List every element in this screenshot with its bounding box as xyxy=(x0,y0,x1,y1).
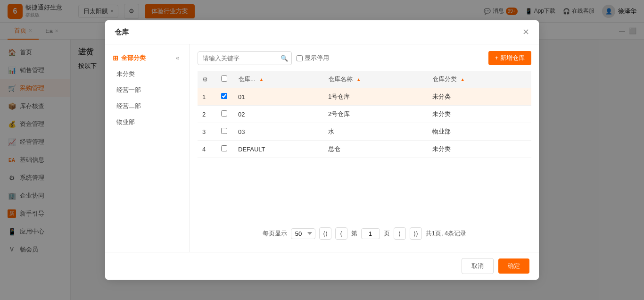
table-row[interactable]: 4 DEFAULT 总仓 xyxy=(198,141,531,158)
next-page-button[interactable]: ⟩ xyxy=(394,227,406,240)
category-item-ops2[interactable]: 经营二部 xyxy=(105,98,190,114)
page-size-select[interactable]: 50 10 20 100 xyxy=(291,228,315,239)
search-wrap: 🔍 xyxy=(198,51,292,65)
warehouse-modal: 仓库 ✕ ⊞ 全部分类 « 未分类 经营一部 经营二部 xyxy=(105,20,539,280)
row-num: 3 xyxy=(198,123,216,141)
table-header: ⚙ 仓库... ▲ 仓库名称 ▲ xyxy=(198,71,531,88)
confirm-button[interactable]: 确定 xyxy=(498,258,529,274)
category-item-ops1[interactable]: 经营一部 xyxy=(105,82,190,98)
total-records: 共1页, 4条记录 xyxy=(426,229,467,238)
row-checkbox[interactable] xyxy=(216,123,233,141)
row-code: 02 xyxy=(233,106,323,123)
all-categories-button[interactable]: ⊞ 全部分类 « xyxy=(105,50,190,66)
sort-icon: ▲ xyxy=(356,77,361,82)
row-code: 03 xyxy=(233,123,323,141)
row-checkbox[interactable] xyxy=(216,141,233,158)
modal-footer: 取消 确定 xyxy=(105,252,539,280)
modal-main: 🔍 显示停用 + 新增仓库 ⚙ xyxy=(190,44,539,252)
modal-overlay: 仓库 ✕ ⊞ 全部分类 « 未分类 经营一部 经营二部 xyxy=(0,0,644,300)
collapse-button[interactable]: « xyxy=(173,54,182,62)
row-category: 未分类 xyxy=(428,141,532,158)
disabled-checkbox[interactable] xyxy=(297,55,303,61)
row-category: 未分类 xyxy=(428,106,532,123)
sort-icon: ▲ xyxy=(460,77,465,82)
category-item-property[interactable]: 物业部 xyxy=(105,114,190,130)
row-name: 2号仓库 xyxy=(323,106,427,123)
modal-toolbar: 🔍 显示停用 + 新增仓库 xyxy=(198,51,531,65)
select-all-checkbox[interactable] xyxy=(221,75,227,82)
table-container: ⚙ 仓库... ▲ 仓库名称 ▲ xyxy=(198,71,531,222)
row-checkbox[interactable] xyxy=(216,106,233,123)
modal-title: 仓库 xyxy=(115,28,129,37)
modal-body: ⊞ 全部分类 « 未分类 经营一部 经营二部 物业部 xyxy=(105,44,539,252)
prev-page-button[interactable]: ⟨ xyxy=(335,227,347,240)
table-row[interactable]: 2 02 2号仓库 xyxy=(198,106,531,123)
modal-header: 仓库 ✕ xyxy=(105,20,539,44)
row-category: 未分类 xyxy=(428,88,532,106)
table-row[interactable]: 3 03 水 xyxy=(198,123,531,141)
th-settings[interactable]: ⚙ xyxy=(198,71,216,88)
warehouse-table: ⚙ 仓库... ▲ 仓库名称 ▲ xyxy=(198,71,531,158)
row-code: DEFAULT xyxy=(233,141,323,158)
grid-icon: ⊞ xyxy=(113,54,118,62)
show-disabled-checkbox[interactable]: 显示停用 xyxy=(297,54,329,62)
th-category: 仓库分类 ▲ xyxy=(428,71,532,88)
row-name: 总仓 xyxy=(323,141,427,158)
first-page-button[interactable]: ⟨⟨ xyxy=(319,227,331,240)
page-number-input[interactable] xyxy=(361,228,380,239)
row-category: 物业部 xyxy=(428,123,532,141)
row-num: 4 xyxy=(198,141,216,158)
modal-close-button[interactable]: ✕ xyxy=(522,27,529,37)
th-checkbox xyxy=(216,71,233,88)
sort-icon: ▲ xyxy=(259,77,264,82)
row-num: 2 xyxy=(198,106,216,123)
add-warehouse-button[interactable]: + 新增仓库 xyxy=(488,51,531,65)
category-item-unclassified[interactable]: 未分类 xyxy=(105,66,190,82)
row-checkbox[interactable] xyxy=(216,88,233,106)
category-sidebar: ⊞ 全部分类 « 未分类 经营一部 经营二部 物业部 xyxy=(105,44,190,252)
row-code: 01 xyxy=(233,88,323,106)
table-body: 1 01 1号仓库 xyxy=(198,88,531,158)
row-name: 水 xyxy=(323,123,427,141)
search-icon[interactable]: 🔍 xyxy=(281,55,288,62)
last-page-button[interactable]: ⟩⟩ xyxy=(410,227,422,240)
cancel-button[interactable]: 取消 xyxy=(462,258,494,274)
search-input[interactable] xyxy=(198,51,292,65)
row-name: 1号仓库 xyxy=(323,88,427,106)
row-num: 1 xyxy=(198,88,216,106)
th-code: 仓库... ▲ xyxy=(233,71,323,88)
pagination: 每页显示 50 10 20 100 ⟨⟨ ⟨ 第 页 ⟩ ⟩⟩ 共1页, 4条记… xyxy=(198,222,531,245)
table-row[interactable]: 1 01 1号仓库 xyxy=(198,88,531,106)
th-name: 仓库名称 ▲ xyxy=(323,71,427,88)
